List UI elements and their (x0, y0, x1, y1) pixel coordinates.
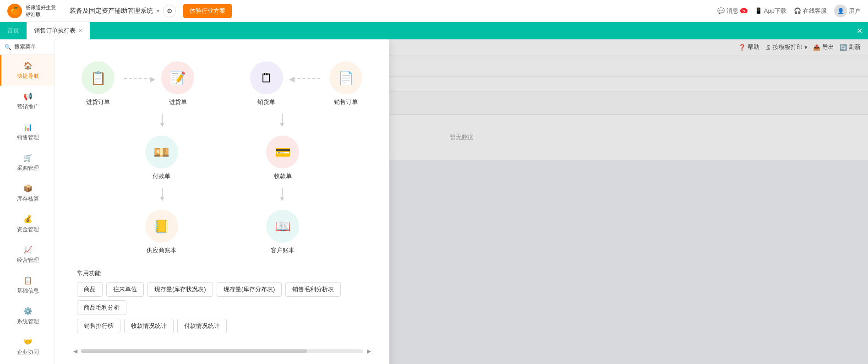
search-menu-item[interactable]: 🔍 搜索菜单 (0, 39, 55, 55)
sidebar: 🔍 搜索菜单 🏠 快捷导航 📢 营销推广 📊 销售管理 🛒 采购管理 📦 库存核… (0, 39, 55, 364)
flow-arrows-down: ▼ ▼ (66, 114, 378, 128)
flow-node-purchase-order[interactable]: 📋 进货订单 (78, 54, 118, 114)
app-download-label: App下载 (764, 7, 786, 15)
tab-home[interactable]: 首页 (0, 22, 27, 39)
marketing-icon: 📢 (23, 91, 33, 101)
scroll-left-icon[interactable]: ◀ (73, 348, 77, 354)
scroll-right-icon[interactable]: ▶ (367, 348, 371, 354)
down-arrow-receipt: ▼ (266, 188, 299, 202)
down-arrow-icon-4: ▼ (279, 195, 285, 202)
sidebar-label-collab: 企业协同 (17, 348, 39, 356)
sales-bill-icon: 🗒 (260, 71, 273, 86)
system-icon: ⚙️ (23, 306, 33, 316)
payment-circle: 💴 (145, 136, 178, 168)
sidebar-item-operations[interactable]: 📈 经营管理 (0, 239, 55, 270)
logo-text: 畅康通好生意 标准版 (26, 4, 56, 17)
supplier-account-circle: 📒 (145, 210, 178, 243)
sidebar-item-system[interactable]: ⚙️ 系统管理 (0, 300, 55, 331)
down-arrow-purchase: ▼ (146, 114, 179, 128)
supplier-account-icon: 📒 (153, 219, 169, 234)
content-area: ❓ 帮助 🖨 按模板打印 ▾ 📤 导出 🔄 刷新 📅 (55, 39, 868, 364)
tab-sales-order[interactable]: 销售订单执行表 ✕ (27, 22, 90, 39)
down-arrow-sales: ▼ (266, 114, 299, 128)
sales-bill-circle: 🗒 (250, 61, 283, 94)
sales-order-label: 销售订单 (334, 98, 358, 106)
sidebar-label-sales: 销售管理 (17, 134, 39, 141)
home-icon: 🏠 (23, 60, 33, 71)
sidebar-label-system: 系统管理 (17, 318, 39, 326)
func-btn-receipt-stats[interactable]: 收款情况统计 (124, 319, 174, 333)
sidebar-item-finance[interactable]: 💰 资金管理 (0, 208, 55, 239)
avatar: 👤 (834, 5, 847, 17)
inventory-icon: 📦 (23, 183, 33, 193)
online-service-item[interactable]: 🎧 在线客服 (794, 7, 827, 15)
func-btn-sales-rank[interactable]: 销售排行榜 (77, 319, 120, 333)
online-service-label: 在线客服 (803, 7, 827, 15)
purchase-icon: 🛒 (23, 152, 33, 163)
app-download-item[interactable]: 📱 App下载 (755, 7, 786, 15)
func-btn-row-1: 商品 往来单位 现存量(库存状况表) 现存量(库存分布表) 销售毛利分析表 商品… (77, 282, 367, 315)
top-header: 🍊 畅康通好生意 标准版 装备及固定资产辅助管理系统 ▾ ⚙ 体验行业方案 💬 … (0, 0, 868, 22)
spacer2 (87, 114, 120, 128)
sidebar-item-basic-info[interactable]: 📋 基础信息 (0, 270, 55, 300)
sidebar-item-inventory[interactable]: 📦 库存核算 (0, 178, 55, 208)
spacer11 (86, 202, 119, 262)
flow-row3: 💴 付款单 💳 收款单 (66, 128, 378, 188)
message-item[interactable]: 💬 消息 5 (717, 7, 748, 15)
operations-icon: 📈 (23, 244, 33, 255)
down-arrow-icon-1: ▼ (159, 121, 165, 128)
close-all-tabs-icon[interactable]: ✕ (857, 27, 863, 35)
func-btn-payment-stats[interactable]: 付款情况统计 (177, 319, 227, 333)
spacer13 (325, 202, 358, 262)
spacer9 (204, 188, 240, 202)
logo-area: 🍊 畅康通好生意 标准版 (7, 4, 62, 18)
sidebar-item-marketing[interactable]: 📢 营销推广 (0, 86, 55, 116)
modal-box: 📋 进货订单 ▶ 📝 (55, 39, 389, 364)
sidebar-item-collab[interactable]: 🤝 企业协同 (0, 331, 55, 362)
spacer8 (87, 188, 120, 202)
modal-overlay: 📋 进货订单 ▶ 📝 (55, 39, 868, 364)
user-avatar-area[interactable]: 👤 用户 (834, 5, 861, 17)
sidebar-label-inventory: 库存核算 (17, 195, 39, 203)
system-name-text: 装备及固定资产辅助管理系统 (70, 7, 153, 15)
sidebar-item-newbie[interactable]: 🎯 新手引导 (0, 362, 55, 364)
down-arrow-payment: ▼ (146, 188, 179, 202)
func-btn-stock-status[interactable]: 现存量(库存状况表) (147, 282, 213, 297)
chevron-down-icon[interactable]: ▾ (157, 8, 159, 14)
flow-node-supplier-account[interactable]: 📒 供应商账本 (142, 202, 182, 262)
sales-order-icon: 📄 (338, 71, 354, 86)
customer-account-label: 客户账本 (271, 246, 295, 255)
flow-node-purchase-bill[interactable]: 📝 进货单 (158, 54, 198, 114)
sidebar-item-quick-guide[interactable]: 🏠 快捷导航 (0, 55, 55, 86)
finance-icon: 💰 (23, 214, 33, 224)
sidebar-item-sales[interactable]: 📊 销售管理 (0, 116, 55, 147)
func-btn-product[interactable]: 商品 (77, 282, 103, 297)
func-btn-stock-dist[interactable]: 现存量(库存分布表) (217, 282, 282, 297)
trial-button[interactable]: 体验行业方案 (183, 4, 232, 18)
sidebar-label-quick-guide: 快捷导航 (17, 72, 39, 80)
sidebar-item-purchase[interactable]: 🛒 采购管理 (0, 147, 55, 178)
flow-node-customer-account[interactable]: 📖 客户账本 (262, 202, 303, 262)
spacer6 (204, 128, 240, 188)
flow-node-payment[interactable]: 💴 付款单 (142, 128, 182, 188)
sidebar-label-marketing: 营销推广 (17, 103, 39, 111)
purchase-bill-icon: 📝 (170, 71, 186, 86)
receipt-circle: 💳 (266, 136, 299, 168)
flow-node-sales-bill[interactable]: 🗒 销货单 (246, 54, 287, 114)
tab-sales-order-label: 销售订单执行表 (34, 27, 76, 35)
search-icon: 🔍 (5, 44, 11, 50)
down-arrow-icon-2: ▼ (279, 121, 285, 128)
func-btn-counterparty[interactable]: 往来单位 (106, 282, 144, 297)
settings-icon-btn[interactable]: ⚙ (163, 5, 176, 17)
purchase-order-icon: 📋 (90, 71, 106, 86)
purchase-order-circle: 📋 (82, 61, 115, 94)
scroll-track[interactable] (81, 349, 363, 353)
flow-node-receipt[interactable]: 💳 收款单 (262, 128, 303, 188)
spacer10 (324, 188, 357, 202)
tab-close-icon[interactable]: ✕ (78, 28, 82, 34)
phone-icon: 📱 (755, 7, 762, 14)
flow-row1: 📋 进货订单 ▶ 📝 (66, 54, 378, 114)
flow-node-sales-order[interactable]: 📄 销售订单 (326, 54, 366, 114)
func-btn-sales-margin[interactable]: 销售毛利分析表 (285, 282, 341, 297)
func-btn-product-margin[interactable]: 商品毛利分析 (77, 300, 126, 315)
